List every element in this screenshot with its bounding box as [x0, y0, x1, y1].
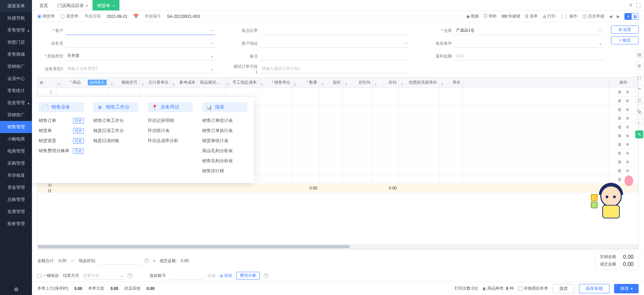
tab[interactable]: 销货单×	[93, 0, 119, 10]
col-cost[interactable]: 参考成本	[171, 78, 198, 87]
history-chip[interactable]: 历史	[73, 128, 84, 134]
history-button[interactable]: 🕑 历史单据	[582, 13, 604, 19]
date-value[interactable]: 2022-09-21	[107, 14, 127, 19]
col-sale-unit[interactable]: 销售单位	[259, 78, 293, 87]
submenu-link[interactable]: 销售订单工作台	[93, 116, 138, 126]
mascot-avatar[interactable]	[597, 177, 627, 218]
col-spec[interactable]: 规格型号	[109, 78, 140, 87]
col-pretax[interactable]: 优惠前无税单价	[399, 78, 439, 87]
table-row[interactable]: 1🗑⊕	[38, 88, 638, 96]
settle-select[interactable]: 结算方式⌄	[83, 272, 123, 280]
add-payment-button[interactable]: ⊕添加	[220, 273, 232, 279]
history-chip[interactable]: 历史	[73, 138, 84, 144]
scrollbar-thumb[interactable]	[38, 245, 350, 248]
submenu-link[interactable]: 销售订单执行表	[202, 126, 247, 136]
fee-alloc-button[interactable]: 费用分摊	[236, 272, 260, 280]
add-row-icon[interactable]: ⊕	[626, 107, 629, 112]
submenu-link[interactable]: 销售订单历史	[39, 116, 84, 126]
tab-close-icon[interactable]: ×	[112, 4, 114, 8]
submenu-link[interactable]: 商品毛利分析表	[202, 146, 247, 156]
sidebar-item[interactable]: 总账管理	[0, 194, 32, 206]
lookup-icon[interactable]: ⋯	[209, 41, 214, 46]
testfield-input[interactable]: 请输入测试订单字段1	[260, 65, 409, 73]
account-input[interactable]	[170, 272, 204, 280]
addr-input[interactable]: ⋯	[260, 39, 409, 48]
view-toggle[interactable]: ≡ ▦	[624, 13, 639, 20]
col-price[interactable]: 单价	[439, 78, 463, 87]
sidebar-item[interactable]: 资金管理	[0, 181, 32, 194]
grid-view-icon[interactable]: ▦	[632, 13, 638, 19]
delete-row-icon[interactable]: 🗑	[618, 151, 622, 156]
save-draft-button[interactable]: 保存草稿	[579, 284, 609, 293]
video-button[interactable]: ◉ 视频	[466, 13, 479, 19]
logistics-button[interactable]: +物流	[611, 36, 639, 44]
delete-row-icon[interactable]: 🗑	[618, 107, 622, 112]
delete-row-icon[interactable]: 🗑	[618, 168, 622, 173]
chevron-down-icon[interactable]: ⌄	[599, 41, 602, 46]
delete-row-icon[interactable]: 🗑	[618, 90, 622, 94]
discard-button[interactable]: 放弃	[553, 284, 574, 293]
info-icon[interactable]: ?	[128, 273, 132, 278]
sidebar-item[interactable]: 零售统计	[0, 85, 32, 97]
submenu-link[interactable]: 销售毛利分析表	[202, 156, 247, 166]
fullscreen-icon[interactable]: ⛶	[636, 3, 641, 8]
payterm-input[interactable]: ⌄	[455, 39, 604, 48]
col-quote[interactable]: 报价	[320, 78, 343, 87]
sidebar-item[interactable]: 零售管理	[0, 24, 32, 36]
print-button[interactable]: 🖨 打印	[542, 13, 556, 19]
sidebar-item[interactable]: 销售管理	[0, 121, 32, 133]
sidebar-item[interactable]: 零售商城	[0, 48, 32, 60]
prev-doc-icon[interactable]: ◀	[609, 14, 612, 19]
history-chip[interactable]: 历史	[73, 118, 84, 124]
tab-close-icon[interactable]: ×	[86, 4, 88, 8]
add-row-icon[interactable]: ⊕	[626, 160, 629, 164]
list-view-icon[interactable]: ≡	[625, 13, 632, 19]
rebate-input[interactable]	[260, 26, 409, 35]
sidebar-item[interactable]: 智慧门店	[0, 36, 32, 48]
submenu-link[interactable]: 销售费用分摊单历史	[39, 146, 84, 156]
chevron-down-icon[interactable]: ⌄	[210, 53, 214, 58]
rail-attach-icon[interactable]: 📎	[635, 108, 643, 116]
add-row-icon[interactable]: ⊕	[626, 168, 629, 173]
sidebar-item[interactable]: 营销推广	[0, 60, 32, 73]
shortcut-button[interactable]: ⌨ 快捷键	[501, 13, 520, 19]
sidebar-item[interactable]: 税务管理	[0, 218, 32, 230]
settings-button[interactable]: ⚙设置	[611, 26, 639, 34]
type-return-radio[interactable]: 退货单	[61, 13, 78, 19]
delete-row-icon[interactable]: 🗑	[618, 98, 622, 103]
submenu-link[interactable]: 钱货日清工作台	[93, 126, 138, 136]
submenu-link[interactable]: 拜访记录明细	[148, 116, 193, 126]
sidebar-item[interactable]: 电商管理	[0, 145, 32, 157]
submenu-link[interactable]: 拜访达成率分析	[148, 136, 193, 146]
col-manual-cost[interactable]: 手工指定成本	[225, 78, 259, 87]
delete-row-icon[interactable]: 🗑	[618, 116, 622, 121]
submenu-link[interactable]: 销售排行榜	[202, 166, 247, 176]
horizontal-scrollbar[interactable]	[38, 244, 638, 249]
add-row-icon[interactable]: ⊕	[626, 151, 629, 156]
lookup-icon[interactable]: ⋯	[209, 28, 214, 33]
add-row-icon[interactable]: ⊕	[626, 98, 629, 103]
col-disc-pct[interactable]: 折扣%	[343, 78, 373, 87]
lookup-icon[interactable]: ⋯	[598, 28, 602, 33]
tab[interactable]: 门店商品目录×	[53, 0, 93, 10]
add-row-icon[interactable]: ⊕	[626, 142, 629, 147]
col-disc[interactable]: 折扣	[373, 78, 399, 87]
table-settings-icon[interactable]: ⚙	[38, 78, 46, 87]
sidebar-settings[interactable]: ⚙	[0, 284, 32, 295]
sidebar-item[interactable]: 快捷导航	[0, 12, 32, 24]
delete-row-icon[interactable]: 🗑	[618, 133, 622, 138]
submenu-link[interactable]: 销货退货历史	[39, 136, 84, 146]
sidebar-item[interactable]: 小畅电商	[0, 133, 32, 145]
invoice-select[interactable]: 不开票⌄	[66, 52, 215, 60]
submenu-link[interactable]: 钱货日清对账	[93, 136, 138, 146]
rail-cut-icon[interactable]: ✂	[635, 85, 643, 93]
submenu-link[interactable]: 销货单历史	[39, 126, 84, 136]
info-icon[interactable]: ?	[144, 258, 149, 263]
sidebar-item[interactable]: 营销推广	[0, 109, 32, 121]
sidebar-item[interactable]: 会员中心	[0, 73, 32, 85]
scan-input-badge[interactable]: 扫码录入	[88, 80, 107, 85]
save-button[interactable]: 保存▾	[614, 284, 639, 293]
submenu-link[interactable]: 销货单统计表	[202, 136, 247, 146]
rail-box-icon[interactable]: ▢	[635, 73, 643, 81]
col-unit[interactable]: 主计量单位	[140, 78, 171, 87]
